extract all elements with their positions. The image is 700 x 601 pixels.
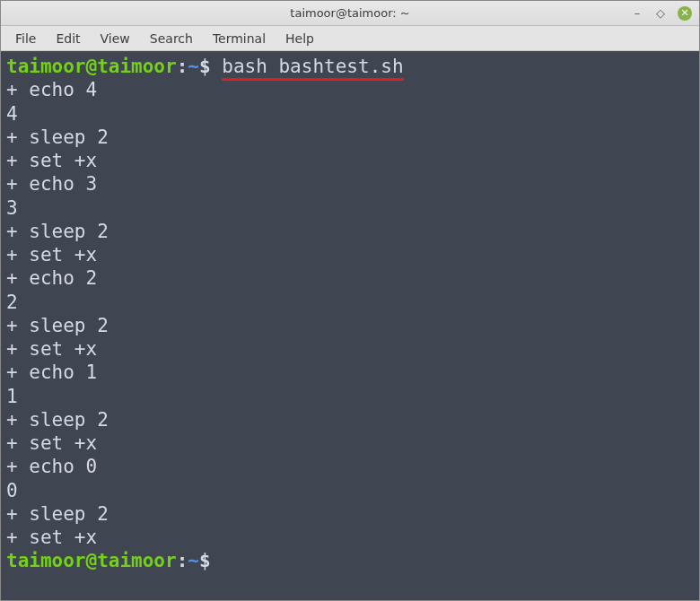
prompt-line: taimoor@taimoor:~$ bash bashtest.sh xyxy=(6,55,694,78)
titlebar: taimoor@taimoor: ~ – ◇ ✕ xyxy=(1,1,699,26)
window-title: taimoor@taimoor: ~ xyxy=(290,6,409,20)
prompt-line: taimoor@taimoor:~$ xyxy=(6,549,694,572)
minimize-button[interactable]: – xyxy=(631,7,643,20)
output-line: + set +x xyxy=(6,526,694,549)
typed-command: bash bashtest.sh xyxy=(222,56,403,81)
output-line: + set +x xyxy=(6,243,694,266)
output-line: + sleep 2 xyxy=(6,502,694,526)
output-line: + sleep 2 xyxy=(6,314,694,337)
output-line: + sleep 2 xyxy=(6,126,694,149)
prompt-path: ~ xyxy=(188,56,199,77)
output-line: 2 xyxy=(6,291,694,314)
output-line: + set +x xyxy=(6,149,694,172)
menu-help[interactable]: Help xyxy=(276,28,323,49)
output-line: + echo 2 xyxy=(6,266,694,290)
window-controls: – ◇ ✕ xyxy=(631,6,692,21)
close-button[interactable]: ✕ xyxy=(678,6,692,21)
output-line: + sleep 2 xyxy=(6,220,694,243)
output-line: 4 xyxy=(6,102,694,126)
menu-file[interactable]: File xyxy=(6,28,45,49)
terminal-window: taimoor@taimoor: ~ – ◇ ✕ File Edit View … xyxy=(0,0,700,601)
prompt-symbol: $ xyxy=(199,550,222,571)
output-line: + echo 1 xyxy=(6,361,694,384)
output-line: + set +x xyxy=(6,431,694,455)
menubar: File Edit View Search Terminal Help xyxy=(1,26,699,51)
output-line: + echo 3 xyxy=(6,172,694,196)
menu-terminal[interactable]: Terminal xyxy=(204,28,275,49)
menu-view[interactable]: View xyxy=(92,28,139,49)
prompt-colon: : xyxy=(177,550,188,571)
output-line: + sleep 2 xyxy=(6,408,694,431)
prompt-path: ~ xyxy=(188,550,199,571)
terminal-output[interactable]: taimoor@taimoor:~$ bash bashtest.sh+ ech… xyxy=(1,51,699,600)
output-line: 1 xyxy=(6,385,694,408)
maximize-button[interactable]: ◇ xyxy=(654,7,667,20)
prompt-colon: : xyxy=(177,56,188,77)
output-line: + echo 4 xyxy=(6,78,694,101)
output-line: + set +x xyxy=(6,337,694,361)
menu-edit[interactable]: Edit xyxy=(47,28,89,49)
prompt-userhost: taimoor@taimoor xyxy=(6,550,177,571)
output-line: + echo 0 xyxy=(6,455,694,478)
output-line: 0 xyxy=(6,479,694,502)
output-line: 3 xyxy=(6,196,694,220)
prompt-userhost: taimoor@taimoor xyxy=(6,56,177,77)
prompt-symbol: $ xyxy=(199,56,222,77)
menu-search[interactable]: Search xyxy=(141,28,202,49)
